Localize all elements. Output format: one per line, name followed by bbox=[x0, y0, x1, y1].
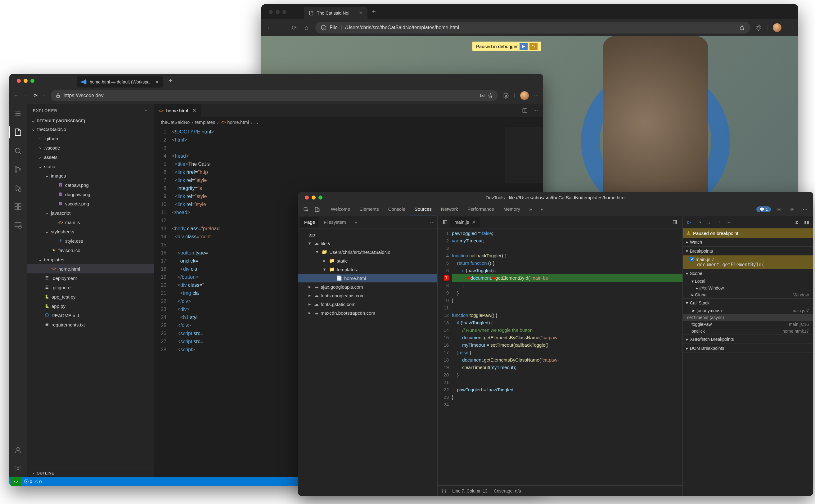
tree-folder[interactable]: ⌄stylesheets bbox=[27, 227, 154, 236]
tree-file[interactable]: ★favicon.ico bbox=[27, 245, 154, 255]
errors-badge[interactable]: ⓧ 0 bbox=[24, 479, 32, 484]
search-icon[interactable] bbox=[9, 142, 27, 160]
tree-file[interactable]: 🖼catpaw.png bbox=[27, 180, 154, 190]
extensions-icon[interactable] bbox=[503, 92, 509, 99]
tree-file[interactable]: 🖼vscode.png bbox=[27, 199, 154, 208]
nav-tree-item[interactable]: ▸📁static bbox=[298, 256, 437, 265]
forward-button[interactable]: → bbox=[278, 24, 286, 31]
dom-breakpoints-section[interactable]: ▸ DOM Breakpoints bbox=[683, 344, 813, 353]
toggle-navigator-icon[interactable] bbox=[440, 217, 450, 227]
home-button[interactable]: ⌂ bbox=[303, 24, 310, 31]
step-icon[interactable]: → bbox=[726, 219, 732, 225]
remote-indicator[interactable] bbox=[11, 477, 21, 486]
nav-tree-item[interactable]: ▾📁templates bbox=[298, 265, 437, 274]
new-tab-icon[interactable]: + bbox=[537, 205, 547, 214]
extensions-activity-icon[interactable] bbox=[9, 198, 27, 215]
more-actions-icon[interactable]: ⋯ bbox=[143, 108, 148, 113]
nav-tree-item[interactable]: ▸☁ajax.googleapis.com bbox=[298, 282, 437, 291]
call-frame[interactable]: onclickhome.html:17 bbox=[683, 328, 813, 335]
nav-more-actions-icon[interactable]: ⋯ bbox=[430, 219, 435, 225]
editor-more-icon[interactable]: ⋯ bbox=[533, 108, 538, 114]
refresh-button[interactable]: ⟳ bbox=[34, 93, 38, 99]
issues-badge[interactable]: 💬 1 bbox=[756, 206, 771, 212]
extensions-icon[interactable] bbox=[755, 25, 762, 31]
favorite-icon[interactable] bbox=[488, 93, 493, 98]
devtools-traffic-lights[interactable] bbox=[303, 196, 324, 200]
more-tabs-icon[interactable]: » bbox=[526, 205, 536, 214]
new-tab-button[interactable]: + bbox=[169, 77, 173, 84]
back-button[interactable]: ← bbox=[266, 24, 273, 31]
tree-folder-root[interactable]: ⌄theCatSaidNo bbox=[27, 124, 154, 134]
home-button[interactable]: ⌂ bbox=[43, 93, 46, 98]
step-over-icon[interactable]: ↷ bbox=[696, 219, 703, 225]
devtools-tab-console[interactable]: Console bbox=[384, 203, 410, 215]
source-code[interactable]: 123456789101112131415161718192021222324 … bbox=[438, 228, 682, 485]
nav-tree-item[interactable]: ▾📁Users/chris/src/theCatSaidNo bbox=[298, 248, 437, 256]
tree-folder[interactable]: ⌄images bbox=[27, 171, 154, 180]
split-editor-icon[interactable] bbox=[522, 108, 528, 113]
close-source-tab-icon[interactable]: ✕ bbox=[472, 219, 476, 225]
edge-traffic-lights[interactable] bbox=[267, 10, 288, 14]
resume-button[interactable]: ▶ bbox=[520, 43, 528, 50]
source-lines[interactable]: pawToggled = false; var myTimeout; funct… bbox=[452, 228, 682, 485]
toggle-debugger-icon[interactable] bbox=[670, 217, 680, 227]
nav-tree-item[interactable]: ▸☁maxcdn.bootstrapcdn.com bbox=[298, 308, 437, 317]
address-bar[interactable]: https://vscode.dev bbox=[51, 90, 498, 101]
remote-explorer-icon[interactable] bbox=[9, 217, 27, 234]
tree-file[interactable]: ☰.deployment bbox=[27, 273, 154, 283]
nav-tree-item[interactable]: ▸☁fonts.googleapis.com bbox=[298, 291, 437, 300]
refresh-button[interactable]: ⟳ bbox=[290, 24, 298, 31]
call-frame[interactable]: togglePawmain.js:16 bbox=[683, 321, 813, 328]
new-tab-button[interactable]: + bbox=[372, 8, 376, 16]
menu-icon[interactable] bbox=[9, 105, 27, 122]
brackets-icon[interactable]: { } bbox=[442, 488, 446, 493]
nav-tab-page[interactable]: Page bbox=[300, 217, 319, 227]
breakpoint-item[interactable]: main.js:7 document.getElementById( bbox=[683, 255, 813, 269]
nav-tree-item[interactable]: ▸☁fonts.gstatic.com bbox=[298, 300, 437, 308]
source-control-icon[interactable] bbox=[9, 161, 27, 178]
tree-file[interactable]: 🐍app_test.py bbox=[27, 292, 154, 301]
feedback-icon[interactable]: ☺ bbox=[787, 205, 797, 214]
tree-file[interactable]: #style.css bbox=[27, 236, 154, 245]
tree-folder[interactable]: ⌄javascript bbox=[27, 208, 154, 218]
back-button[interactable]: ← bbox=[14, 93, 19, 98]
devtools-tab-memory[interactable]: Memory bbox=[499, 203, 525, 215]
settings-icon[interactable] bbox=[774, 205, 784, 214]
nav-tab-filesystem[interactable]: Filesystem bbox=[320, 217, 350, 227]
nav-more-icon[interactable]: » bbox=[351, 217, 361, 227]
resume-icon[interactable]: ▷ bbox=[686, 219, 693, 225]
source-gutter[interactable]: 123456789101112131415161718192021222324 bbox=[438, 228, 452, 485]
step-button[interactable]: ↷ bbox=[529, 43, 538, 50]
more-menu-icon[interactable]: ⋯ bbox=[800, 205, 810, 214]
tree-file[interactable]: <>home.html bbox=[27, 264, 154, 273]
explorer-icon[interactable] bbox=[9, 124, 27, 141]
browser-tab[interactable]: home.html — default (Workspa ✕ bbox=[77, 76, 163, 88]
accounts-icon[interactable] bbox=[9, 441, 27, 459]
forward-button[interactable]: → bbox=[24, 93, 29, 98]
address-bar[interactable]: File | /Users/chris/src/theCatSaidNo/tem… bbox=[315, 22, 750, 34]
breadcrumb[interactable]: theCatSaidNo›templates›<> home.html›... bbox=[154, 117, 543, 127]
more-menu-icon[interactable]: ⋯ bbox=[534, 93, 539, 99]
profile-avatar[interactable] bbox=[520, 91, 529, 100]
nav-tree-item[interactable]: ▾☁file:// bbox=[298, 239, 437, 248]
pause-exceptions-icon[interactable]: ▮▮ bbox=[803, 219, 810, 225]
devtools-tab-welcome[interactable]: Welcome bbox=[326, 203, 354, 215]
device-toolbar-icon[interactable] bbox=[312, 205, 322, 214]
call-frame[interactable]: ➤ (anonymous)main.js:7 bbox=[683, 307, 813, 314]
breakpoint-checkbox[interactable] bbox=[690, 257, 694, 261]
profile-avatar[interactable] bbox=[773, 23, 781, 32]
tree-file[interactable]: ☰.gitignore bbox=[27, 283, 154, 292]
nav-tree-item[interactable]: top bbox=[298, 230, 437, 239]
vscode-traffic-lights[interactable] bbox=[15, 79, 36, 83]
devtools-tab-elements[interactable]: Elements bbox=[355, 203, 383, 215]
warnings-badge[interactable]: ⚠ 0 bbox=[34, 479, 42, 484]
tree-folder[interactable]: ›.github bbox=[27, 134, 154, 143]
step-out-icon[interactable]: ↑ bbox=[716, 219, 723, 225]
devtools-tab-sources[interactable]: Sources bbox=[410, 203, 436, 215]
source-tab[interactable]: main.js ✕ bbox=[450, 217, 480, 227]
tree-folder[interactable]: ›.vscode bbox=[27, 143, 154, 152]
close-tab-icon[interactable]: ✕ bbox=[155, 79, 159, 84]
devtools-tab-network[interactable]: Network bbox=[437, 203, 462, 215]
tree-file[interactable]: 🖼dogpaw.png bbox=[27, 190, 154, 199]
outline-section[interactable]: › OUTLINE bbox=[27, 469, 154, 477]
